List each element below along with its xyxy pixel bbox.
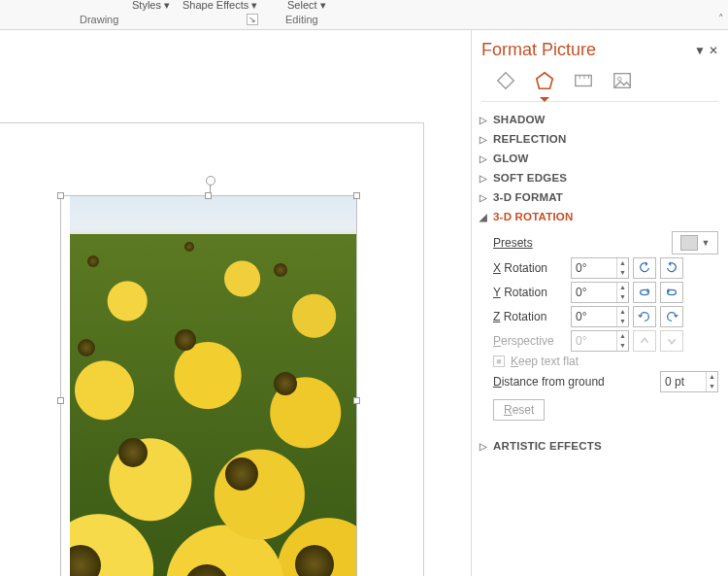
ribbon: Styles ▾ Shape Effects ▾ Select ▾ Drawin… <box>0 0 728 30</box>
pane-menu-icon[interactable]: ▼ <box>693 44 707 57</box>
spin-down-icon[interactable]: ▼ <box>617 292 628 302</box>
pane-category-tabs <box>481 66 718 102</box>
section-artistic-effects[interactable]: ▷ARTISTIC EFFECTS <box>478 436 718 456</box>
effects-pentagon-icon <box>534 70 555 91</box>
spin-down-icon: ▼ <box>617 341 628 351</box>
z-rotation-row: Z Rotation 0° ▲▼ <box>493 306 718 327</box>
svg-point-8 <box>617 77 621 81</box>
resize-handle-ml[interactable] <box>57 397 64 404</box>
section-glow[interactable]: ▷GLOW <box>478 149 718 168</box>
resize-handle-tr[interactable] <box>353 192 360 199</box>
rotate-right-icon <box>665 261 678 275</box>
rotation-handle[interactable] <box>206 176 215 186</box>
spin-down-icon[interactable]: ▼ <box>707 382 717 391</box>
chevron-down-icon: ▼ <box>702 238 711 248</box>
y-rotation-input[interactable]: 0° ▲▼ <box>571 282 629 303</box>
fill-bucket-icon <box>495 70 516 91</box>
expand-icon: ▷ <box>480 115 489 125</box>
resize-handle-tl[interactable] <box>57 192 64 199</box>
svg-marker-0 <box>498 73 514 89</box>
spin-up-icon[interactable]: ▲ <box>707 372 717 382</box>
arrow-down-icon <box>665 334 678 348</box>
y-rotate-right-button[interactable] <box>660 282 683 303</box>
z-rotate-cw-button[interactable] <box>660 306 683 327</box>
spin-up-icon: ▲ <box>617 331 628 341</box>
expand-icon: ▷ <box>480 441 489 452</box>
spin-up-icon[interactable]: ▲ <box>617 307 628 317</box>
size-properties-tab[interactable] <box>571 68 596 93</box>
section-soft-edges[interactable]: ▷SOFT EDGES <box>478 168 718 187</box>
resize-handle-mr[interactable] <box>353 397 360 404</box>
ribbon-collapse-icon[interactable]: ˄ <box>718 13 724 25</box>
spin-up-icon[interactable]: ▲ <box>617 283 628 292</box>
x-rotation-input[interactable]: 0° ▲▼ <box>571 257 629 279</box>
reset-button[interactable]: Reset <box>493 399 545 421</box>
section-reflection[interactable]: ▷REFLECTION <box>478 129 718 149</box>
z-rotate-ccw-button[interactable] <box>633 306 656 327</box>
presets-row: Presets ▼ <box>493 231 718 254</box>
x-rotate-right-button[interactable] <box>660 257 683 279</box>
svg-marker-1 <box>537 73 553 89</box>
x-rotation-row: X Rotation 0° ▲▼ <box>493 257 718 279</box>
keep-text-flat-row: ■ Keep text flat <box>493 355 718 368</box>
resize-handle-tm[interactable] <box>205 192 212 199</box>
pane-close-icon[interactable]: ✕ <box>707 44 720 57</box>
rotate-up-icon <box>638 286 651 299</box>
group-editing-label: Editing <box>285 14 318 25</box>
spin-up-icon[interactable]: ▲ <box>617 258 628 268</box>
section-3d-format[interactable]: ▷3-D FORMAT <box>478 187 718 207</box>
format-picture-pane: Format Picture ▼ ✕ ▷SHADOW ▷REFLECTION ▷… <box>471 30 728 576</box>
picture-tab[interactable] <box>610 68 635 93</box>
x-rotate-left-button[interactable] <box>633 257 656 279</box>
perspective-row: Perspective 0° ▲▼ <box>493 330 718 352</box>
distance-input[interactable]: 0 pt ▲▼ <box>660 371 718 392</box>
fill-line-tab[interactable] <box>493 68 518 93</box>
collapse-icon: ◢ <box>480 212 489 222</box>
size-ruler-icon <box>573 70 594 91</box>
keep-text-flat-checkbox: ■ <box>493 356 505 367</box>
select-dropdown[interactable]: Select ▾ <box>287 0 326 12</box>
perspective-narrow-button <box>633 330 656 352</box>
expand-icon: ▷ <box>480 173 489 184</box>
pane-title: Format Picture <box>481 40 693 60</box>
selection-box <box>60 195 357 576</box>
effects-tab[interactable] <box>532 68 557 93</box>
preset-swatch-icon <box>680 235 698 251</box>
spin-down-icon[interactable]: ▼ <box>617 268 628 278</box>
rotate-down-icon <box>665 286 678 299</box>
group-drawing-label: Drawing <box>80 14 118 25</box>
y-rotate-left-button[interactable] <box>633 282 656 303</box>
perspective-input: 0° ▲▼ <box>571 330 629 352</box>
rotate-left-icon <box>638 261 651 275</box>
distance-row: Distance from ground 0 pt ▲▼ <box>493 371 718 392</box>
arrow-up-icon <box>638 334 651 348</box>
rotation-body: Presets ▼ X Rotation 0° ▲▼ Y Rota <box>478 226 718 426</box>
styles-dropdown[interactable]: Styles ▾ <box>132 0 170 12</box>
expand-icon: ▷ <box>480 153 489 164</box>
rotate-cw-icon <box>665 310 678 323</box>
rotate-ccw-icon <box>638 310 651 323</box>
section-shadow[interactable]: ▷SHADOW <box>478 110 718 129</box>
spin-down-icon[interactable]: ▼ <box>617 317 628 326</box>
slide-canvas[interactable] <box>0 30 471 576</box>
shape-effects-dropdown[interactable]: Shape Effects ▾ <box>182 0 257 12</box>
y-rotation-row: Y Rotation 0° ▲▼ <box>493 282 718 303</box>
expand-icon: ▷ <box>480 192 489 203</box>
expand-icon: ▷ <box>480 134 489 145</box>
z-rotation-input[interactable]: 0° ▲▼ <box>571 306 629 327</box>
drawing-dialog-launcher[interactable]: ↘ <box>247 14 258 25</box>
perspective-widen-button <box>660 330 683 352</box>
presets-dropdown[interactable]: ▼ <box>672 231 718 254</box>
section-3d-rotation[interactable]: ◢3-D ROTATION <box>478 207 718 226</box>
picture-icon <box>612 70 633 91</box>
